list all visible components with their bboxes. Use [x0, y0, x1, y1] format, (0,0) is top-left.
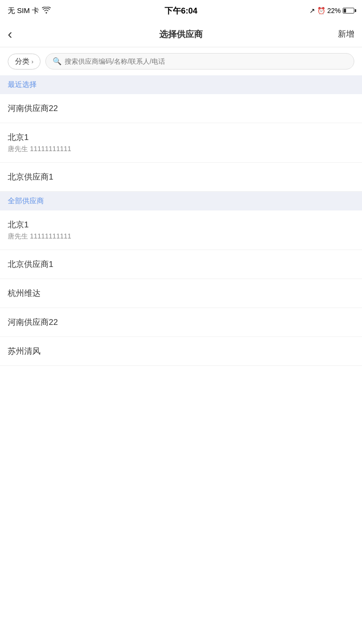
- item-sub: 唐先生 11111111111: [8, 145, 354, 154]
- item-name: 苏州清风: [8, 346, 354, 357]
- page-title: 选择供应商: [159, 28, 203, 40]
- item-name: 北京1: [8, 219, 354, 230]
- list-item[interactable]: 北京1唐先生 11111111111: [0, 123, 362, 163]
- filter-bar: 分类 › 🔍: [0, 47, 362, 75]
- wifi-icon: [42, 7, 51, 15]
- search-input[interactable]: [65, 57, 347, 65]
- status-time: 下午6:04: [165, 5, 197, 16]
- list-item[interactable]: 北京供应商1: [0, 163, 362, 192]
- category-button[interactable]: 分类 ›: [8, 54, 41, 70]
- list-item[interactable]: 河南供应商22: [0, 94, 362, 123]
- item-name: 北京供应商1: [8, 259, 354, 270]
- status-bar: 无 SIM 卡 下午6:04 ↗ ⏰ 22%: [0, 0, 362, 21]
- alarm-icon: ⏰: [317, 7, 325, 14]
- item-name: 杭州维达: [8, 288, 354, 299]
- add-button[interactable]: 新增: [338, 28, 354, 40]
- battery-percent: 22%: [327, 7, 341, 14]
- item-sub: 唐先生 11111111111: [8, 232, 354, 241]
- recent-list: 河南供应商22北京1唐先生 11111111111北京供应商1: [0, 94, 362, 192]
- all-section-header: 全部供应商: [0, 192, 362, 210]
- recent-section-header: 最近选择: [0, 75, 362, 94]
- search-icon: 🔍: [53, 57, 62, 66]
- list-item[interactable]: 北京1唐先生 11111111111: [0, 210, 362, 250]
- back-button[interactable]: ‹: [4, 23, 16, 46]
- search-box[interactable]: 🔍: [45, 53, 354, 70]
- nav-bar: ‹ 选择供应商 新增: [0, 21, 362, 47]
- item-name: 河南供应商22: [8, 317, 354, 328]
- list-item[interactable]: 杭州维达: [0, 279, 362, 308]
- status-left: 无 SIM 卡: [8, 6, 51, 15]
- status-right: ↗ ⏰ 22%: [309, 7, 354, 14]
- item-name: 北京供应商1: [8, 171, 354, 182]
- list-item[interactable]: 北京供应商1: [0, 250, 362, 279]
- list-item[interactable]: 河南供应商22: [0, 308, 362, 337]
- chevron-right-icon: ›: [31, 58, 33, 65]
- category-label: 分类: [15, 57, 29, 66]
- item-name: 河南供应商22: [8, 103, 354, 114]
- battery-icon: [343, 8, 354, 14]
- carrier-label: 无 SIM 卡: [8, 6, 39, 15]
- location-icon: ↗: [309, 7, 315, 14]
- all-list: 北京1唐先生 11111111111北京供应商1杭州维达河南供应商22苏州清风: [0, 210, 362, 366]
- list-item[interactable]: 苏州清风: [0, 337, 362, 366]
- item-name: 北京1: [8, 132, 354, 143]
